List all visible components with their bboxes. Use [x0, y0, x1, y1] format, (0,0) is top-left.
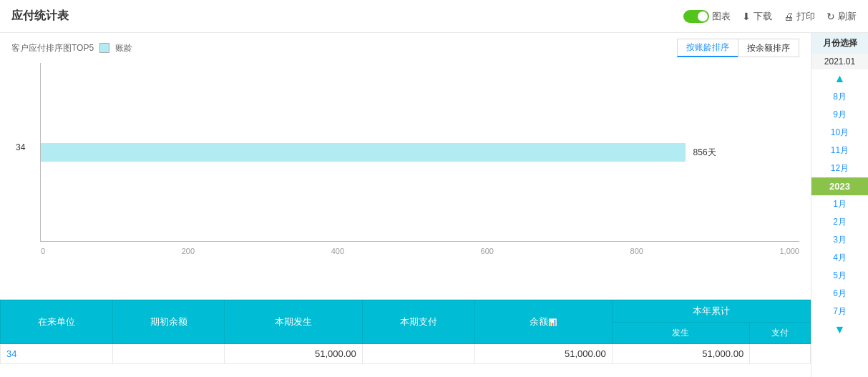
download-icon: ⬇	[742, 11, 751, 22]
refresh-button[interactable]: ↻ 刷新	[826, 10, 857, 23]
download-label: 下载	[754, 10, 772, 23]
print-button[interactable]: 🖨 打印	[784, 10, 815, 23]
refresh-label: 刷新	[838, 10, 857, 23]
month-item-6[interactable]: 6月	[811, 285, 868, 303]
cell-yue: 51,000.00	[474, 344, 612, 364]
month-item-4[interactable]: 4月	[811, 249, 868, 267]
x-tick-800: 800	[630, 247, 643, 255]
col-benqi-zhifu: 本期支付	[362, 300, 474, 344]
cell-qichu	[112, 344, 225, 364]
col-nian-zhifu: 支付	[750, 323, 811, 344]
month-item-12[interactable]: 12月	[811, 160, 868, 177]
table-row: 34 51,000.00 51,000.00 51,000.00	[1, 344, 811, 364]
chart-bar	[41, 143, 686, 162]
col-qichu: 期初余额	[112, 300, 225, 344]
month-nav-up[interactable]: ▲	[811, 69, 868, 88]
chart-header: 客户应付排序图TOP5 账龄 按账龄排序 按余额排序	[0, 33, 811, 63]
month-sidebar: 月份选择 2021.01 ▲ 8月 9月 10月 11月 12月 2023 1月…	[811, 33, 868, 377]
month-item-8[interactable]: 8月	[811, 88, 868, 106]
x-axis: 0 200 400 600 800 1,000	[41, 247, 799, 255]
x-tick-400: 400	[331, 247, 344, 255]
month-item-3[interactable]: 3月	[811, 231, 868, 249]
month-item-7[interactable]: 7月	[811, 303, 868, 320]
print-label: 打印	[796, 10, 815, 23]
header-actions: 图表 ⬇ 下载 🖨 打印 ↻ 刷新	[683, 10, 857, 23]
bar-label-right: 856天	[693, 146, 716, 158]
sort-by-balance-button[interactable]: 按账龄排序	[677, 39, 738, 57]
legend-box	[99, 43, 109, 53]
download-button[interactable]: ⬇ 下载	[742, 10, 772, 23]
cell-unit: 34	[1, 344, 113, 364]
month-item-9[interactable]: 9月	[811, 106, 868, 124]
chart-legend: 客户应付排序图TOP5 账龄	[11, 42, 132, 54]
col-nian-fasheng: 发生	[612, 323, 749, 344]
print-icon: 🖨	[784, 11, 794, 22]
chart-label: 图表	[712, 10, 731, 23]
x-tick-600: 600	[481, 247, 494, 255]
month-sidebar-title: 月份选择	[811, 33, 868, 54]
month-year-display[interactable]: 2021.01	[811, 54, 868, 69]
cell-benqi-zhifu	[362, 344, 474, 364]
month-item-1[interactable]: 1月	[811, 195, 868, 213]
month-item-2[interactable]: 2月	[811, 213, 868, 231]
month-item-11[interactable]: 11月	[811, 142, 868, 160]
sort-by-amount-button[interactable]: 按余额排序	[738, 39, 799, 57]
data-table: 在来单位 期初余额 本期发生 本期支付 余额📊 本年累计 发生 支付	[0, 299, 811, 371]
bar-label-left: 34	[16, 142, 25, 152]
legend-box-label: 账龄	[115, 42, 132, 54]
refresh-icon: ↻	[826, 11, 835, 22]
month-item-5[interactable]: 5月	[811, 267, 868, 285]
col-benqi-fasheng: 本期发生	[225, 300, 362, 344]
sort-buttons: 按账龄排序 按余额排序	[677, 39, 799, 57]
cell-nian-fasheng: 51,000.00	[612, 344, 749, 364]
chart-wrapper: 34 856天 0 200 400 600 800 1,000	[0, 63, 811, 278]
page-title: 应付统计表	[11, 9, 69, 24]
col-yue: 余额📊	[474, 300, 612, 344]
unit-link[interactable]: 34	[6, 348, 16, 359]
col-unit: 在来单位	[1, 300, 113, 344]
x-tick-200: 200	[182, 247, 195, 255]
cell-benqi-fasheng: 51,000.00	[225, 344, 362, 364]
year-2023-label: 2023	[811, 177, 868, 195]
chart-toggle[interactable]: 图表	[683, 10, 731, 23]
month-item-10[interactable]: 10月	[811, 124, 868, 142]
toggle-switch-icon[interactable]	[683, 10, 709, 23]
legend-title: 客户应付排序图TOP5	[11, 42, 94, 54]
month-nav-down[interactable]: ▼	[811, 320, 868, 339]
x-tick-1000: 1,000	[779, 247, 799, 255]
col-nian-leiji: 本年累计	[612, 300, 810, 323]
cell-nian-zhifu	[750, 344, 811, 364]
x-tick-0: 0	[41, 247, 45, 255]
